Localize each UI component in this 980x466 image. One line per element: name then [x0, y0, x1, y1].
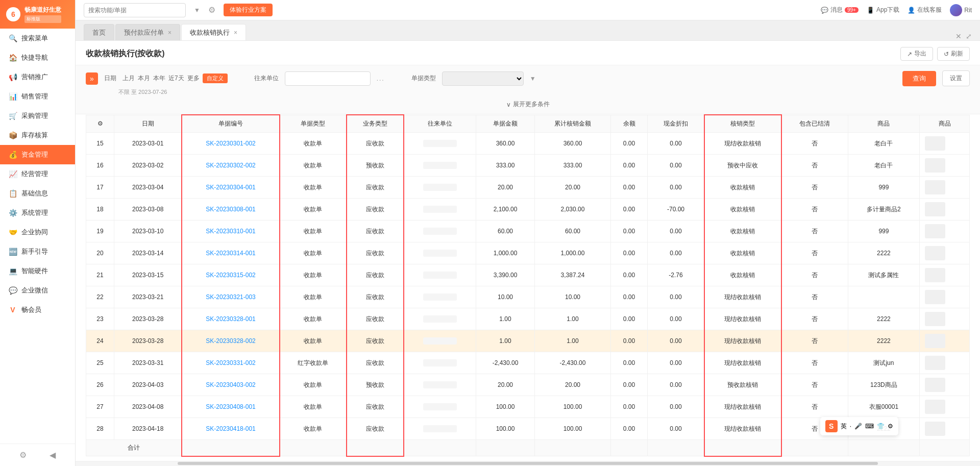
sidebar-item-label: 资金管理	[21, 150, 48, 159]
solution-btn[interactable]: 体验行业方案	[224, 4, 273, 16]
close-all-icon[interactable]: ✕	[955, 32, 962, 40]
col-header-accum[interactable]: 累计核销金额	[534, 115, 610, 133]
maximize-icon[interactable]: ⤢	[966, 32, 972, 40]
sidebar-item-label: 企业协同	[21, 228, 48, 237]
tab-prepay-close[interactable]: ×	[168, 29, 172, 36]
bill-type-dropdown-icon: ▼	[530, 75, 536, 82]
date-custom-btn[interactable]: 自定义	[203, 73, 228, 83]
doc-no-link[interactable]: SK-20230308-001	[206, 206, 255, 213]
cell-goods1: 123D商品	[848, 374, 920, 396]
cell-accum: 20.00	[534, 177, 610, 199]
col-header-settled[interactable]: 包含已结清	[781, 115, 848, 133]
col-header-verifytype[interactable]: 核销类型	[704, 115, 781, 133]
date-opt-more[interactable]: 更多	[187, 74, 200, 83]
app-download-area[interactable]: 📱 App下载	[867, 6, 899, 14]
settings-btn[interactable]: 设置	[942, 70, 970, 86]
settings-bottom-icon[interactable]: ⚙	[19, 450, 27, 460]
cell-biztype: 应收款	[347, 418, 404, 440]
cell-accum: 1.00	[534, 330, 610, 352]
filter-bar: » 日期 上月 本月 本年 近7天 更多 自定义 往来单位 ... 单据类型 ▼	[76, 65, 980, 114]
doc-no-link[interactable]: SK-20230328-001	[206, 315, 255, 323]
doc-no-link[interactable]: SK-20230418-001	[206, 425, 255, 432]
tab-collection[interactable]: 收款核销执行 ×	[181, 24, 246, 40]
sidebar-item-system[interactable]: ⚙️ 系统管理	[0, 203, 75, 223]
cell-doctype: 收款单	[280, 155, 347, 177]
online-service-area[interactable]: 👤 在线客服	[908, 6, 942, 14]
doc-no-link[interactable]: SK-20230408-001	[206, 403, 255, 410]
cell-amount: 60.00	[476, 220, 535, 242]
col-header-biztype[interactable]: 业务类型	[347, 115, 404, 133]
doc-no-link[interactable]: SK-20230302-002	[206, 162, 255, 169]
date-opt-7days[interactable]: 近7天	[168, 74, 184, 83]
ime-keyboard-icon[interactable]: ⌨	[865, 423, 874, 430]
doc-no-link[interactable]: SK-20230328-002	[206, 337, 255, 345]
doc-no-link[interactable]: SK-20230403-002	[206, 381, 255, 388]
col-header-goods1[interactable]: 商品	[848, 115, 920, 133]
sidebar-item-wechat[interactable]: 💬 企业微信	[0, 281, 75, 300]
table-container[interactable]: ⚙ 日期 单据编号 单据类型 业务类型 往来单位 单据金额 累计核销金额 余额 …	[76, 114, 980, 461]
filter-expand-btn[interactable]: »	[86, 72, 98, 85]
cell-discount: 0.00	[648, 308, 704, 330]
cart-icon: 🛒	[8, 111, 17, 120]
sidebar-item-basic[interactable]: 📋 基础信息	[0, 184, 75, 203]
doc-no-link[interactable]: SK-20230321-003	[206, 293, 255, 301]
col-header-discount[interactable]: 现金折扣	[648, 115, 704, 133]
doc-no-link[interactable]: SK-20230314-001	[206, 250, 255, 257]
collapse-icon[interactable]: ◀	[50, 450, 56, 460]
sidebar-item-finance[interactable]: 💰 资金管理	[0, 145, 75, 164]
sidebar-item-hardware[interactable]: 💻 智能硬件	[0, 261, 75, 281]
date-opt-last-month[interactable]: 上月	[122, 74, 135, 83]
ime-skin-icon[interactable]: 👕	[877, 423, 885, 430]
partner-input[interactable]	[285, 71, 371, 86]
sidebar-item-quicknav[interactable]: 🏠 快捷导航	[0, 48, 75, 67]
cell-doctype: 收款单	[280, 308, 347, 330]
tab-collection-close[interactable]: ×	[234, 29, 237, 36]
message-area[interactable]: 💬 消息 99+	[821, 6, 859, 14]
query-btn[interactable]: 查询	[902, 71, 936, 86]
sidebar-item-sales[interactable]: 📊 销售管理	[0, 87, 75, 106]
table-row: 16 2023-03-02 SK-20230302-002 收款单 预收款 33…	[86, 155, 970, 177]
doc-no-link[interactable]: SK-20230301-002	[206, 140, 255, 147]
cell-balance: 0.00	[610, 264, 647, 286]
sidebar-item-label: 智能硬件	[21, 266, 48, 276]
export-btn[interactable]: ↗ 导出	[900, 47, 933, 61]
tab-home[interactable]: 首页	[84, 24, 114, 40]
expand-more-btn[interactable]: ∨ 展开更多条件	[506, 100, 550, 109]
col-header-settings[interactable]: ⚙	[86, 115, 114, 133]
col-header-goods2[interactable]: 商品	[920, 115, 970, 133]
cell-partner	[404, 330, 476, 352]
tab-prepay[interactable]: 预付款应付单 ×	[115, 24, 180, 40]
settings-icon[interactable]: ⚙	[208, 5, 215, 15]
cell-docno: SK-20230328-001	[182, 308, 279, 330]
doc-no-link[interactable]: SK-20230315-002	[206, 272, 255, 279]
ime-mic-icon[interactable]: 🎤	[854, 423, 862, 430]
bill-type-select[interactable]	[442, 71, 524, 86]
date-opt-this-year[interactable]: 本年	[153, 74, 165, 83]
cell-goods2	[920, 220, 970, 242]
ime-settings-icon[interactable]: ⚙	[888, 423, 893, 430]
sidebar-item-inventory[interactable]: 📦 库存核算	[0, 126, 75, 145]
sidebar-item-member[interactable]: V 畅会员	[0, 300, 75, 320]
col-header-doctype[interactable]: 单据类型	[280, 115, 347, 133]
sidebar-item-enterprise[interactable]: 🤝 企业协同	[0, 223, 75, 242]
doc-no-link[interactable]: SK-20230310-001	[206, 228, 255, 235]
sidebar-item-guide[interactable]: 🆕 新手引导	[0, 242, 75, 261]
doc-no-link[interactable]: SK-20230304-001	[206, 184, 255, 191]
cell-goods1: 衣服00001	[848, 396, 920, 418]
col-header-date[interactable]: 日期	[114, 115, 182, 133]
cell-no: 17	[86, 177, 114, 199]
sidebar-item-marketing[interactable]: 📢 营销推广	[0, 67, 75, 87]
col-header-partner[interactable]: 往来单位	[404, 115, 476, 133]
col-header-balance[interactable]: 余额	[610, 115, 647, 133]
refresh-btn[interactable]: ↺ 刷新	[937, 47, 970, 61]
doc-no-link[interactable]: SK-20230331-002	[206, 359, 255, 366]
user-area[interactable]: Rit	[950, 4, 972, 16]
search-input[interactable]	[84, 3, 186, 17]
col-header-amount[interactable]: 单据金额	[476, 115, 535, 133]
col-header-docno[interactable]: 单据编号	[182, 115, 279, 133]
sidebar-item-search[interactable]: 🔍 搜索菜单	[0, 29, 75, 48]
date-opt-this-month[interactable]: 本月	[138, 74, 150, 83]
cell-balance: 0.00	[610, 330, 647, 352]
sidebar-item-operation[interactable]: 📈 经营管理	[0, 164, 75, 184]
sidebar-item-purchase[interactable]: 🛒 采购管理	[0, 106, 75, 126]
